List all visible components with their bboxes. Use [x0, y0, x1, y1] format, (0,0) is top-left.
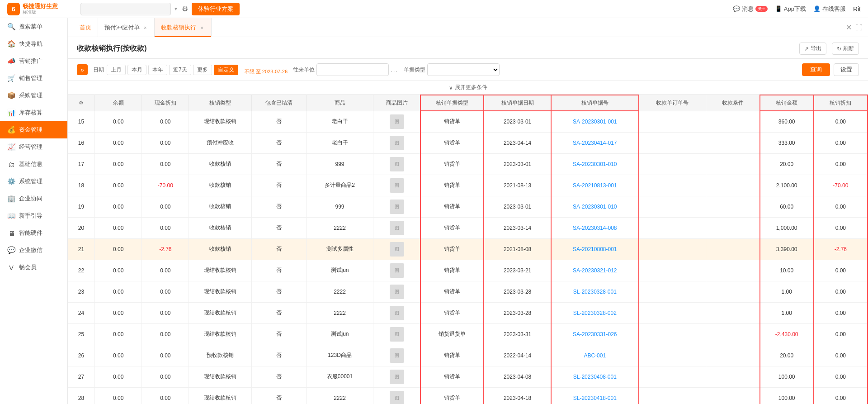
filter-date-options: 上月 本月 本年 近7天 更多 自定义: [107, 65, 238, 75]
verify-no-link[interactable]: SA-20230301-001: [573, 119, 617, 125]
sidebar-item-member[interactable]: V 畅会员: [0, 259, 67, 276]
td-verify-no: SA-20230331-026: [551, 323, 639, 345]
tab-collection[interactable]: 收款核销执行 ×: [155, 18, 211, 37]
sidebar-item-wechat[interactable]: 💬 企业微信: [0, 242, 67, 259]
home-tab-label: 首页: [80, 24, 91, 32]
verify-no-link[interactable]: SA-20230414-017: [573, 140, 617, 146]
sidebar-item-inventory[interactable]: 📊 库存核算: [0, 104, 67, 121]
query-button[interactable]: 查询: [802, 63, 830, 76]
table-row: 21 0.00 -2.76 收款核销 否 测试多属性 图 销货单 2021-08…: [68, 238, 868, 260]
td-verify-date: 2023-04-18: [484, 387, 551, 404]
partner-input[interactable]: [316, 63, 389, 76]
app-name: 畅捷通好生意: [23, 3, 58, 10]
verify-no-link[interactable]: SL-20230418-001: [573, 395, 617, 401]
td-receipt-condition: [706, 238, 760, 260]
filter-toggle-button[interactable]: »: [77, 64, 88, 75]
sidebar-item-smart-hw[interactable]: 🖥 智能硬件: [0, 224, 67, 242]
message-icon: 💬: [733, 5, 740, 12]
sidebar-item-finance[interactable]: 💰 资金管理: [0, 121, 67, 138]
industry-solution-button[interactable]: 休验行业方案: [192, 3, 240, 15]
td-include-settled: 否: [251, 153, 306, 175]
th-icon: ⚙: [68, 95, 95, 111]
date-btn-this-year[interactable]: 本年: [148, 65, 167, 75]
tab-prepay-close[interactable]: ×: [142, 24, 148, 31]
tab-collection-close[interactable]: ×: [199, 24, 204, 31]
page-header: 收款核销执行(按收款) ↗ 导出 ↻ 刷新: [68, 37, 868, 59]
date-btn-last-month[interactable]: 上月: [107, 65, 126, 75]
td-verify-type: 收款核销: [189, 175, 251, 196]
td-verify-discount: 0.00: [814, 260, 868, 281]
refresh-button[interactable]: ↻ 刷新: [832, 43, 859, 55]
td-verify-bill-type: 销货单: [420, 302, 484, 323]
export-button[interactable]: ↗ 导出: [799, 43, 826, 55]
vip-icon: V: [7, 264, 15, 271]
online-service-item[interactable]: 👤 在线客服: [813, 5, 846, 13]
td-receipt-order-no: [639, 323, 706, 345]
verify-no-link[interactable]: ABC-001: [584, 352, 606, 359]
user-name-item[interactable]: Rit: [853, 5, 861, 13]
tab-expand-icon[interactable]: ⛶: [855, 24, 863, 32]
sidebar-item-search-menu[interactable]: 🔍 搜索菜单: [0, 18, 67, 35]
sidebar-item-basic-info[interactable]: 🗂 基础信息: [0, 156, 67, 173]
settings-button[interactable]: 设置: [834, 63, 859, 76]
date-btn-this-month[interactable]: 本月: [127, 65, 146, 75]
top-search-input[interactable]: [80, 3, 171, 15]
date-btn-7days[interactable]: 近7天: [169, 65, 191, 75]
sidebar-label-search-menu: 搜索菜单: [19, 23, 42, 31]
trending-icon: 📈: [7, 143, 15, 151]
sidebar-item-quick-nav[interactable]: 🏠 快捷导航: [0, 35, 67, 52]
col-settings-icon[interactable]: ⚙: [79, 100, 84, 106]
sidebar-item-marketing[interactable]: 📣 营销推广: [0, 52, 67, 70]
refresh-icon: ↻: [837, 46, 841, 52]
sidebar-item-system[interactable]: ⚙️ 系统管理: [0, 173, 67, 190]
gear-icon[interactable]: ⚙: [182, 5, 188, 13]
verify-no-link[interactable]: SA-20230301-010: [573, 161, 617, 167]
app-subtitle: 标准版: [23, 10, 58, 15]
tab-prepay[interactable]: 预付冲应付单 ×: [98, 18, 155, 37]
sidebar-item-enterprise[interactable]: 🏢 企业协同: [0, 190, 67, 207]
td-no: 27: [68, 366, 95, 387]
bill-type-select[interactable]: [427, 63, 500, 76]
th-verify-amount: 核销金额: [760, 95, 814, 111]
sidebar-item-operations[interactable]: 📈 经营管理: [0, 138, 67, 156]
megaphone-icon: 📣: [7, 57, 15, 65]
tab-home[interactable]: 首页: [73, 18, 98, 37]
td-no: 21: [68, 238, 95, 260]
td-balance: 0.00: [95, 366, 142, 387]
td-verify-discount: 0.00: [814, 132, 868, 153]
tab-bar-right: ✕ ⛶: [846, 23, 863, 32]
verify-no-link[interactable]: SL-20230408-001: [573, 374, 617, 380]
sidebar-item-purchase[interactable]: 📦 采购管理: [0, 87, 67, 104]
td-verify-bill-type: 销货退货单: [420, 323, 484, 345]
filter-bar: » 日期 上月 本月 本年 近7天 更多 自定义 不限 至 2023-07-26: [68, 59, 868, 81]
verify-no-link[interactable]: SA-20230314-008: [573, 225, 617, 231]
sidebar-item-guide[interactable]: 📖 新手引导: [0, 207, 67, 224]
td-verify-date: 2023-03-14: [484, 217, 551, 238]
td-goods: 2222: [306, 302, 373, 323]
mobile-icon: 📱: [775, 5, 782, 12]
date-btn-more[interactable]: 更多: [193, 65, 212, 75]
th-goods: 商品: [306, 95, 373, 111]
filter-date-range: 不限 至 2023-07-26: [245, 68, 288, 75]
verify-no-link[interactable]: SA-20230331-026: [573, 331, 617, 337]
td-verify-no: SL-20230328-001: [551, 281, 639, 302]
top-bar: 6 畅捷通好生意 标准版 ▼ ⚙ 休验行业方案 💬 消息 99+ 📱 App下载…: [0, 0, 868, 18]
verify-no-link[interactable]: SA-20210808-001: [573, 246, 617, 252]
tab-close-all-icon[interactable]: ✕: [846, 23, 852, 32]
verify-no-link[interactable]: SL-20230328-002: [573, 310, 617, 316]
sidebar-item-sales[interactable]: 🛒 销售管理: [0, 70, 67, 87]
app-download-item[interactable]: 📱 App下载: [775, 5, 806, 13]
partner-dots[interactable]: ...: [391, 67, 398, 73]
td-goods: 测试jun: [306, 260, 373, 281]
verify-no-link[interactable]: SA-20230301-010: [573, 204, 617, 210]
td-goods-img: 图: [373, 260, 420, 281]
date-btn-custom[interactable]: 自定义: [214, 65, 238, 75]
expand-more-button[interactable]: ∨ 展开更多条件: [440, 81, 496, 94]
verify-no-link[interactable]: SL-20230328-001: [573, 289, 617, 295]
verify-no-link[interactable]: SA-20230321-012: [573, 267, 617, 274]
search-dropdown-arrow[interactable]: ▼: [174, 6, 178, 11]
verify-no-link[interactable]: SA-20210813-001: [573, 182, 617, 189]
td-verify-no: ABC-001: [551, 345, 639, 366]
message-item[interactable]: 💬 消息 99+: [733, 5, 768, 13]
td-receipt-order-no: [639, 196, 706, 217]
